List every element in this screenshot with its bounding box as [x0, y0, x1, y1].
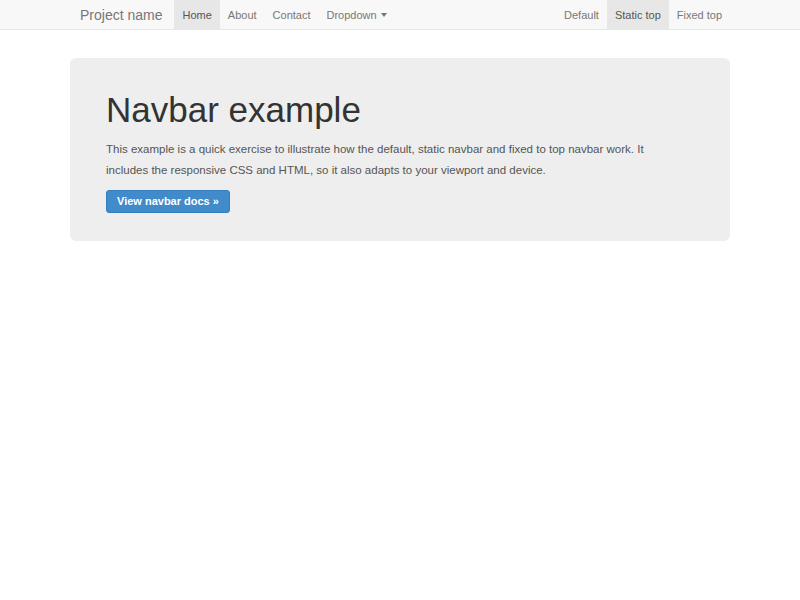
nav-item-about[interactable]: About — [220, 0, 265, 29]
nav-item-fixed-top[interactable]: Fixed top — [669, 0, 730, 29]
jumbotron: Navbar example This example is a quick e… — [70, 58, 730, 241]
nav-item-static-top[interactable]: Static top — [607, 0, 669, 29]
nav-item-default[interactable]: Default — [556, 0, 607, 29]
main-container: Navbar example This example is a quick e… — [70, 58, 730, 241]
caret-down-icon — [381, 13, 387, 17]
navbar: Project name Home About Contact Dropdown… — [0, 0, 800, 30]
navbar-container: Project name Home About Contact Dropdown… — [70, 0, 730, 29]
nav-item-contact[interactable]: Contact — [265, 0, 319, 29]
navbar-brand[interactable]: Project name — [70, 0, 172, 29]
nav-item-home[interactable]: Home — [174, 0, 219, 29]
page-title: Navbar example — [106, 91, 694, 129]
view-navbar-docs-button[interactable]: View navbar docs » — [106, 190, 230, 213]
nav-item-dropdown-label: Dropdown — [327, 9, 377, 21]
nav-item-dropdown[interactable]: Dropdown — [319, 0, 395, 29]
navbar-right-nav: Default Static top Fixed top — [556, 0, 730, 29]
page-description: This example is a quick exercise to illu… — [106, 139, 688, 181]
navbar-left-nav: Home About Contact Dropdown — [174, 0, 394, 29]
